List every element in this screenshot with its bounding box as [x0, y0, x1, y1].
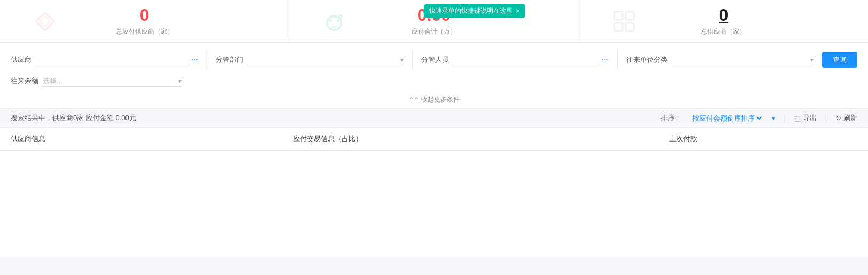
balance-label: 往来余额	[11, 76, 38, 86]
divider-refresh: |	[825, 114, 827, 122]
export-icon: ⬚	[794, 114, 801, 122]
payable-amount-label: 应付合计（万）	[412, 27, 456, 36]
supplier-input[interactable]	[35, 54, 190, 65]
divider-export: |	[784, 114, 785, 122]
result-info: 搜索结果中，供应商0家 应付金额 0.00元	[11, 113, 136, 123]
person-input[interactable]	[452, 54, 601, 65]
table-col-supplier: 供应商信息	[11, 134, 293, 144]
payable-suppliers-number: 0	[140, 6, 149, 25]
svg-point-5	[332, 17, 334, 19]
divider-1	[207, 49, 207, 70]
collapse-button[interactable]: ⌃⌃ 收起更多条件	[11, 92, 857, 108]
payable-suppliers-label: 总应付供应商（家）	[116, 27, 173, 36]
sort-chevron-icon: ▾	[772, 115, 775, 122]
person-label: 分管人员	[421, 55, 449, 65]
filter-unit: 往来单位分类 ▾	[626, 54, 814, 65]
supplier-label: 供应商	[11, 55, 31, 65]
tooltip-badge: 快速录单的快捷键说明在这里 ×	[424, 4, 525, 18]
svg-point-3	[329, 19, 332, 22]
svg-point-2	[327, 15, 341, 29]
refresh-button[interactable]: ↻ 刷新	[835, 113, 857, 123]
table-col-transaction: 应付交易信息（占比）	[293, 134, 669, 144]
stats-bar: 0 总应付供应商（家） 快速录单的快捷键说明在这里 × 0.00 应付合计（万）	[0, 0, 868, 43]
svg-rect-10	[626, 23, 634, 31]
tooltip-close-button[interactable]: ×	[516, 7, 520, 14]
stat-payable-amount: 快速录单的快捷键说明在这里 × 0.00 应付合计（万）	[289, 0, 579, 42]
query-button[interactable]: 查询	[822, 52, 857, 68]
collapse-up-icon: ⌃⌃	[408, 96, 419, 104]
total-suppliers-label: 总供应商（家）	[701, 27, 746, 36]
svg-point-6	[335, 17, 337, 19]
table-col-last-payment: 上次付款	[669, 134, 857, 144]
svg-rect-9	[614, 23, 622, 31]
grid-icon	[611, 9, 637, 34]
result-bar: 搜索结果中，供应商0家 应付金额 0.00元 排序： 按应付会额倒序排序 ▾ |…	[0, 109, 868, 128]
export-label: 导出	[803, 113, 817, 123]
divider-3	[617, 49, 618, 70]
unit-select-wrap: ▾	[671, 54, 814, 65]
filter-supplier: 供应商 ···	[11, 54, 198, 65]
pig-icon	[321, 9, 347, 34]
svg-rect-8	[626, 12, 634, 20]
stat-total-suppliers: 0 总供应商（家）	[579, 0, 868, 42]
table-body	[0, 151, 868, 257]
divider-2	[412, 49, 413, 70]
refresh-label: 刷新	[843, 113, 857, 123]
total-suppliers-number: 0	[719, 6, 728, 25]
tooltip-text: 快速录单的快捷键说明在这里	[429, 6, 512, 15]
sort-prefix: 排序：	[661, 113, 682, 123]
filter-person: 分管人员 ···	[421, 54, 609, 65]
filter-row-2: 往来余额 ▾ 选择...	[11, 76, 182, 87]
department-select[interactable]	[247, 54, 403, 65]
svg-rect-0	[36, 12, 54, 30]
collapse-label: 收起更多条件	[421, 95, 460, 104]
filter-bar: 供应商 ··· 分管部门 ▾ 分管人员 ···	[0, 43, 868, 109]
refresh-icon: ↻	[835, 114, 841, 122]
department-label: 分管部门	[216, 55, 243, 65]
filter-row-1: 供应商 ··· 分管部门 ▾ 分管人员 ···	[11, 49, 857, 70]
person-more-icon[interactable]: ···	[601, 55, 608, 65]
supplier-more-icon[interactable]: ···	[191, 55, 198, 65]
stat-payable-suppliers: 0 总应付供应商（家）	[0, 0, 289, 42]
sort-select[interactable]: 按应付会额倒序排序	[690, 114, 763, 123]
unit-label: 往来单位分类	[626, 55, 668, 65]
export-button[interactable]: ⬚ 导出	[794, 113, 817, 123]
department-select-wrap: ▾	[247, 54, 403, 65]
table-header: 供应商信息 应付交易信息（占比） 上次付款	[0, 128, 868, 151]
unit-select[interactable]	[671, 54, 814, 65]
balance-select[interactable]	[42, 76, 182, 87]
diamond-icon	[32, 9, 58, 34]
svg-rect-1	[40, 15, 50, 26]
person-input-wrap: ···	[452, 54, 609, 65]
filter-department: 分管部门 ▾	[216, 54, 403, 65]
svg-rect-7	[614, 12, 622, 20]
result-actions: 排序： 按应付会额倒序排序 ▾ | ⬚ 导出 | ↻ 刷新	[661, 113, 857, 123]
supplier-input-wrap: ···	[35, 54, 198, 65]
filter-balance: 往来余额 ▾ 选择...	[11, 76, 182, 87]
balance-select-wrap: ▾ 选择...	[42, 76, 182, 87]
